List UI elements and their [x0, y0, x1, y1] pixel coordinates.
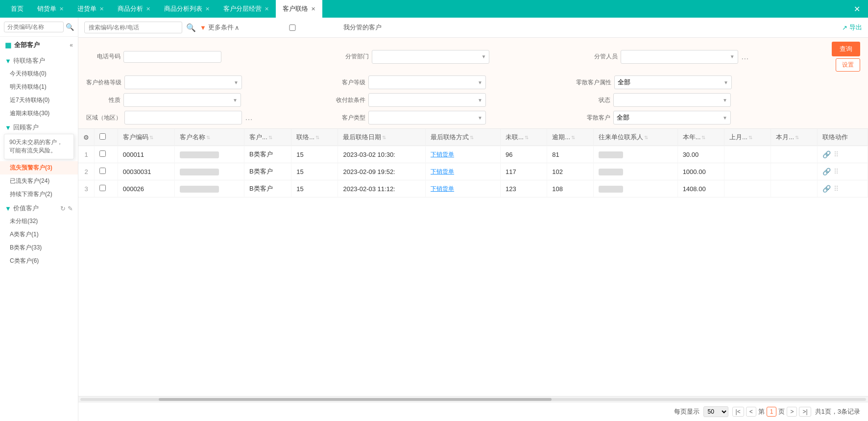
close-product-analysis[interactable]: ✕ [146, 6, 150, 12]
region-select[interactable] [124, 111, 242, 124]
sort-uncontacted[interactable]: ⇅ [525, 135, 529, 140]
nature-label: 性质 [86, 96, 121, 104]
next-page-btn[interactable]: > [787, 407, 797, 417]
th-action: 联络动作 [818, 129, 868, 146]
sidebar-item-today[interactable]: 今天待联络(0) [0, 67, 78, 80]
sort-code[interactable]: ⇅ [149, 135, 153, 140]
sidebar-search-icon[interactable]: 🔍 [66, 23, 74, 31]
th-code: 客户编码⇅ [118, 129, 174, 146]
last-method-link[interactable]: 下销货单 [431, 168, 454, 175]
close-purchase-order[interactable]: ✕ [99, 6, 104, 12]
query-button[interactable]: 查询 [832, 42, 860, 56]
phone-input[interactable] [123, 51, 221, 63]
th-year-amount: 本年...⇅ [677, 129, 724, 146]
retail-customer-select[interactable]: 全部 ▼ [613, 111, 731, 124]
nav-sales-order[interactable]: 销货单 ✕ [30, 0, 71, 18]
sidebar-item-declining[interactable]: 持续下滑客户(2) [0, 188, 78, 201]
nav-product-analysis-list[interactable]: 商品分析列表 ✕ [157, 0, 217, 18]
edit-icons[interactable]: ↻ ✎ [60, 205, 73, 212]
prev-page-btn[interactable]: < [746, 407, 756, 417]
customer-type-select[interactable]: ▼ [368, 111, 486, 124]
sidebar-item-b-class[interactable]: B类客户(33) [0, 241, 78, 254]
sidebar-item-overdue[interactable]: 逾期未联络(30) [0, 107, 78, 120]
cell-liaison [594, 146, 677, 163]
dept-select[interactable]: ▼ [372, 50, 489, 64]
nav-home[interactable]: 首页 [4, 0, 30, 18]
sort-contacts[interactable]: ⇅ [315, 135, 319, 140]
search-input[interactable] [84, 22, 182, 33]
scrollbar-thumb[interactable] [159, 398, 552, 401]
close-all-tabs[interactable]: ✕ [850, 4, 864, 14]
last-method-link[interactable]: 下销货单 [431, 151, 454, 158]
payment-select[interactable]: ▼ [368, 93, 486, 107]
action-more-icon[interactable]: ⠿ [834, 150, 839, 158]
sort-type[interactable]: ⇅ [268, 135, 272, 140]
sort-last-date[interactable]: ⇅ [382, 135, 386, 140]
sidebar-item-already-churned[interactable]: 已流失客户(24) [0, 174, 78, 188]
sort-overdue[interactable]: ⇅ [571, 135, 575, 140]
last-page-btn[interactable]: >| [799, 407, 811, 417]
th-gear[interactable]: ⚙ [78, 129, 95, 146]
group-churn-customers[interactable]: ▼ 回顾客户 [0, 120, 78, 134]
manager-select[interactable]: ▼ [621, 50, 738, 64]
sort-name[interactable]: ⇅ [206, 135, 210, 140]
collapse-icon[interactable]: « [70, 42, 73, 49]
per-page-select[interactable]: 50 100 200 [703, 406, 728, 417]
row-checkbox-0[interactable] [99, 150, 106, 157]
all-customers-header[interactable]: ▦ 全部客户 « [0, 37, 78, 53]
price-level-select[interactable]: ▼ [124, 75, 242, 89]
sidebar-item-churn-warning[interactable]: 流失预警客户(3) [0, 161, 78, 174]
search-button[interactable]: 🔍 [186, 23, 196, 32]
sidebar-item-7days[interactable]: 近7天待联络(0) [0, 94, 78, 107]
sort-last-month[interactable]: ⇅ [748, 135, 752, 140]
first-page-btn[interactable]: |< [732, 407, 744, 417]
status-select[interactable]: ▼ [613, 93, 731, 107]
row-checkbox-2[interactable] [99, 185, 106, 191]
retail-attr-select[interactable]: 全部 ▼ [614, 75, 732, 89]
sidebar-item-ungrouped[interactable]: 未分组(32) [0, 215, 78, 228]
sidebar-item-c-class[interactable]: C类客户(6) [0, 254, 78, 268]
sidebar-item-a-class[interactable]: A类客户(1) [0, 228, 78, 241]
edit-icon[interactable]: ✎ [68, 205, 73, 212]
sidebar-search-input[interactable] [4, 22, 64, 32]
refresh-icon[interactable]: ↻ [60, 205, 66, 212]
filter-nature: 性质 ▼ [86, 93, 327, 107]
select-all-checkbox[interactable] [99, 133, 106, 140]
region-more-btn[interactable]: … [245, 113, 253, 122]
action-contact-icon[interactable]: 🔗 [822, 168, 831, 175]
cell-overdue: 102 [547, 163, 594, 180]
close-customer-contact[interactable]: ✕ [311, 6, 315, 12]
nature-select[interactable]: ▼ [123, 93, 241, 107]
sort-last-method[interactable]: ⇅ [470, 135, 474, 140]
close-customer-segmentation[interactable]: ✕ [265, 6, 269, 12]
horizontal-scrollbar[interactable] [78, 396, 868, 402]
sort-year-amount[interactable]: ⇅ [701, 135, 705, 140]
my-customers-checkbox[interactable] [243, 25, 341, 31]
nav-product-analysis[interactable]: 商品分析 ✕ [111, 0, 157, 18]
status-label: 状态 [576, 96, 610, 104]
settings-button[interactable]: 设置 [836, 58, 860, 72]
phone-label: 电话号码 [86, 52, 121, 61]
nav-customer-segmentation[interactable]: 客户分层经营 ✕ [217, 0, 276, 18]
row-checkbox-1[interactable] [99, 168, 106, 174]
nav-customer-contact[interactable]: 客户联络 ✕ [276, 0, 322, 18]
sort-liaison[interactable]: ⇅ [644, 135, 648, 140]
close-sales-order[interactable]: ✕ [59, 6, 64, 12]
sort-this-month[interactable]: ⇅ [795, 135, 799, 140]
last-method-link[interactable]: 下销货单 [431, 185, 454, 192]
action-contact-icon[interactable]: 🔗 [822, 185, 831, 193]
action-contact-icon[interactable]: 🔗 [822, 150, 831, 158]
customer-level-select[interactable]: ▼ [368, 75, 486, 89]
th-uncontacted: 未联...⇅ [501, 129, 547, 146]
action-more-icon[interactable]: ⠿ [834, 185, 839, 193]
export-button[interactable]: ↗ 导出 [842, 23, 862, 32]
manager-more-btn[interactable]: … [741, 52, 749, 61]
table-row: 1 000011 B类客户 15 2023-03-02 10:30: 下销货单 … [78, 146, 868, 163]
close-product-analysis-list[interactable]: ✕ [205, 6, 210, 12]
action-more-icon[interactable]: ⠿ [834, 168, 839, 175]
more-conditions-button[interactable]: ▼ 更多条件 ∧ [200, 23, 240, 32]
nav-purchase-order[interactable]: 进货单 ✕ [71, 0, 111, 18]
sidebar-item-tomorrow[interactable]: 明天待联络(1) [0, 80, 78, 94]
filter-status: 状态 ▼ [576, 93, 817, 107]
group-pending-contact[interactable]: ▼ 待联络客户 [0, 53, 78, 67]
